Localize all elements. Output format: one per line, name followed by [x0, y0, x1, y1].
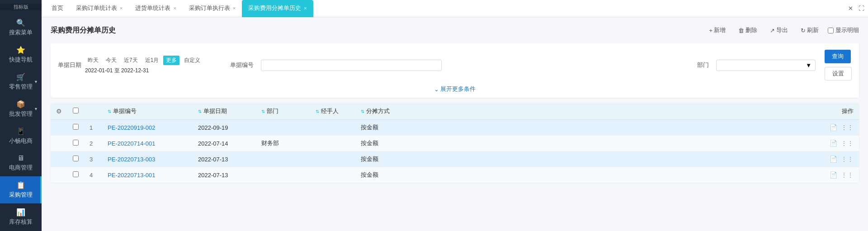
export-icon: ↗: [770, 27, 775, 34]
sidebar-item-label: 零售管理: [9, 83, 33, 91]
sidebar-item-retail[interactable]: 🛒 零售管理 ▼: [0, 68, 42, 95]
add-button[interactable]: + 新增: [705, 24, 729, 36]
show-detail-checkbox[interactable]: [828, 28, 834, 33]
row-action-cell: 📄 ⋮⋮: [823, 136, 859, 151]
doc-link[interactable]: PE-20220713-003: [108, 156, 156, 163]
purchase-icon: 📋: [16, 181, 25, 189]
date-shortcut-row: 昨天 今天 近7天 近1月 更多 自定义: [85, 56, 203, 65]
dept-select[interactable]: ▼: [716, 60, 816, 71]
delete-button[interactable]: 🗑 删除: [735, 24, 761, 36]
row-edit-icon[interactable]: 📄: [830, 124, 837, 131]
row-num-cell: 4: [84, 167, 102, 183]
tab-receipt-stat[interactable]: 进货单统计表 ×: [129, 0, 182, 17]
row-docno-cell: PE-20220714-001: [102, 136, 193, 151]
close-icon[interactable]: ×: [120, 5, 123, 11]
docno-input[interactable]: [261, 60, 442, 71]
sort-icon[interactable]: ⇅: [316, 109, 319, 114]
row-more-icon[interactable]: ⋮⋮: [841, 124, 854, 131]
tab-purchase-order-stat[interactable]: 采购订单统计表 ×: [70, 0, 129, 17]
tab-home[interactable]: 首页: [45, 0, 70, 17]
row-settings-cell: [51, 167, 67, 183]
export-button[interactable]: ↗ 导出: [766, 24, 792, 36]
tab-purchase-order-exec-label: 采购订单执行表: [189, 4, 230, 12]
tab-purchase-cost-history[interactable]: 采购费用分摊单历史 ×: [242, 0, 313, 17]
refresh-icon: ↻: [801, 27, 806, 34]
close-icon[interactable]: ×: [233, 5, 236, 11]
sort-icon[interactable]: ⇅: [198, 109, 202, 114]
date-btn-1month[interactable]: 近1月: [142, 56, 162, 65]
settings-icon[interactable]: ⚙: [56, 108, 62, 115]
docno-filter: 单据编号: [230, 60, 688, 71]
sidebar-item-mini[interactable]: 📱 小畅电商: [0, 123, 42, 150]
sidebar-item-label: 快捷导航: [9, 56, 33, 64]
th-method: ⇅ 分摊方式: [355, 103, 823, 120]
th-method-label: 分摊方式: [366, 108, 390, 114]
row-docno-cell: PE-20220919-002: [102, 120, 193, 136]
th-docno-label: 单据编号: [113, 108, 137, 114]
date-btn-7days[interactable]: 近7天: [121, 56, 141, 65]
close-all-icon[interactable]: ✕: [848, 5, 853, 12]
date-range-display: 2022-01-01 至 2022-12-31: [85, 67, 203, 75]
row-edit-icon[interactable]: 📄: [830, 140, 837, 147]
table-row: 2 PE-20220714-001 2022-07-14 财务部 按金额 📄 ⋮…: [51, 136, 859, 151]
row-action-cell: 📄 ⋮⋮: [823, 151, 859, 167]
sidebar-item-search[interactable]: 🔍 搜索菜单: [0, 14, 42, 41]
row-check-cell: [67, 120, 84, 136]
table-row: 4 PE-20220713-001 2022-07-13 按金额 📄 ⋮⋮: [51, 167, 859, 183]
row-checkbox[interactable]: [73, 124, 79, 130]
sidebar-item-ecom[interactable]: 🖥 电商管理: [0, 150, 42, 176]
sidebar-item-wholesale[interactable]: 📦 批发管理 ▼: [0, 95, 42, 123]
sort-icon[interactable]: ⇅: [361, 109, 364, 114]
data-table: ⚙ ⇅ 单据编号 ⇅ 单据日期: [51, 103, 859, 183]
date-btn-more[interactable]: 更多: [163, 56, 179, 65]
row-settings-cell: [51, 120, 67, 136]
sidebar-item-shortcut[interactable]: ⭐ 快捷导航: [0, 41, 42, 68]
sort-icon[interactable]: ⇅: [108, 109, 111, 114]
delete-icon: 🗑: [738, 27, 744, 34]
doc-link[interactable]: PE-20220713-001: [108, 172, 156, 179]
page-header: 采购费用分摊单历史 + 新增 🗑 删除 ↗ 导出 ↻ 刷新: [51, 24, 859, 36]
row-checkbox[interactable]: [73, 156, 79, 161]
filter-settings-button[interactable]: 设置: [825, 67, 852, 80]
date-btn-today[interactable]: 今天: [103, 56, 119, 65]
close-icon[interactable]: ×: [304, 5, 307, 11]
main-content: 首页 采购订单统计表 × 进货单统计表 × 采购订单执行表 × 采购费用分摊单历…: [42, 0, 868, 231]
row-checkbox[interactable]: [73, 140, 79, 146]
row-more-icon[interactable]: ⋮⋮: [841, 156, 854, 163]
row-settings-cell: [51, 136, 67, 151]
row-dept-cell: [256, 167, 310, 183]
th-action-label: 操作: [842, 108, 854, 114]
tab-purchase-order-exec[interactable]: 采购订单执行表 ×: [183, 0, 242, 17]
row-edit-icon[interactable]: 📄: [830, 171, 837, 179]
filter-buttons: 查询 设置: [825, 50, 852, 80]
row-edit-icon[interactable]: 📄: [830, 156, 837, 163]
page-title: 采购费用分摊单历史: [51, 26, 705, 35]
date-btn-custom[interactable]: 自定义: [181, 56, 203, 65]
close-icon[interactable]: ×: [173, 5, 176, 11]
row-method-cell: 按金额: [355, 167, 823, 183]
header-actions: + 新增 🗑 删除 ↗ 导出 ↻ 刷新 显示明细: [705, 24, 859, 36]
sidebar-item-inventory[interactable]: 📊 库存核算: [0, 203, 42, 231]
row-checkbox[interactable]: [73, 171, 79, 177]
row-more-icon[interactable]: ⋮⋮: [841, 171, 854, 179]
date-btn-yesterday[interactable]: 昨天: [85, 56, 101, 65]
row-settings-cell: [51, 151, 67, 167]
doc-link[interactable]: PE-20220919-002: [108, 124, 156, 131]
sidebar-item-purchase[interactable]: 📋 采购管理: [0, 176, 42, 203]
row-more-icon[interactable]: ⋮⋮: [841, 140, 854, 147]
refresh-button[interactable]: ↻ 刷新: [797, 24, 822, 36]
table-header-row: ⚙ ⇅ 单据编号 ⇅ 单据日期: [51, 103, 859, 120]
expand-button[interactable]: ⌄ 展开更多条件: [434, 85, 476, 93]
doc-link[interactable]: PE-20220714-001: [108, 140, 156, 147]
row-method-cell: 按金额: [355, 120, 823, 136]
select-all-checkbox[interactable]: [73, 108, 79, 113]
query-button[interactable]: 查询: [825, 50, 851, 63]
maximize-icon[interactable]: ⛶: [859, 5, 864, 12]
sort-icon[interactable]: ⇅: [261, 109, 265, 114]
show-detail-toggle[interactable]: 显示明细: [828, 26, 859, 34]
tab-bar-actions: ✕ ⛶: [848, 5, 864, 12]
th-date-label: 单据日期: [203, 108, 227, 114]
expand-label: 展开更多条件: [440, 85, 476, 93]
sidebar-item-label: 电商管理: [9, 164, 33, 172]
add-label: 新增: [714, 26, 726, 34]
